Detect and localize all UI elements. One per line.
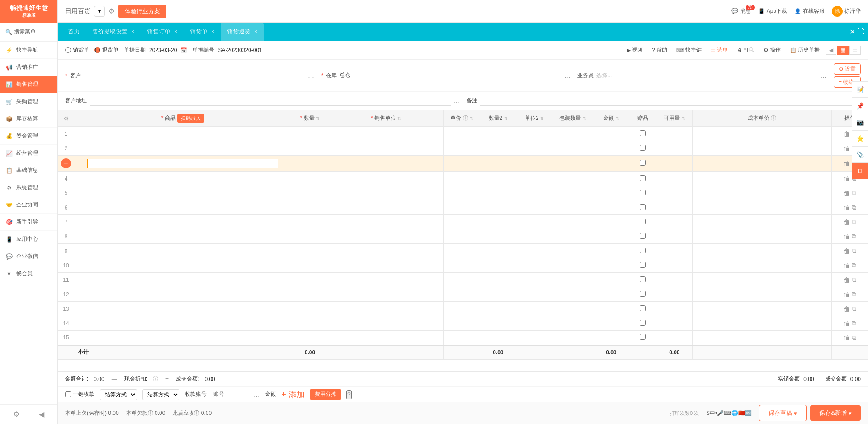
- edge-star-btn[interactable]: ⭐: [852, 130, 868, 147]
- sidebar-collapse-btn[interactable]: ◀: [37, 408, 46, 420]
- row-amount-cell[interactable]: [593, 258, 629, 273]
- customer-input[interactable]: [84, 71, 306, 81]
- delete-row-btn[interactable]: 🗑: [844, 175, 850, 182]
- gift-checkbox[interactable]: [640, 320, 646, 326]
- tab-sales[interactable]: 销货单 ×: [184, 23, 221, 41]
- video-btn[interactable]: ▶ 视频: [624, 44, 646, 56]
- row-qty2-cell[interactable]: [480, 316, 516, 331]
- one-click-payment-checkbox[interactable]: 一键收款: [65, 391, 94, 398]
- row-price-cell[interactable]: [444, 200, 480, 215]
- row-cost-cell[interactable]: [693, 200, 832, 215]
- delete-row-btn[interactable]: 🗑: [844, 319, 850, 327]
- row-pack-cell[interactable]: [552, 200, 593, 215]
- row-product-cell[interactable]: [74, 186, 292, 200]
- row-price-cell[interactable]: [444, 141, 480, 156]
- row-unit2-cell[interactable]: [516, 287, 552, 302]
- delete-row-btn[interactable]: 🗑: [844, 144, 850, 152]
- row-cost-cell[interactable]: [693, 273, 832, 287]
- row-unit2-cell[interactable]: [516, 229, 552, 244]
- copy-row-btn[interactable]: ⧉: [852, 204, 856, 211]
- row-cost-cell[interactable]: [693, 331, 832, 345]
- row-gift-cell[interactable]: [629, 287, 656, 302]
- delete-row-btn[interactable]: 🗑: [844, 218, 850, 226]
- staff-input[interactable]: [596, 71, 817, 81]
- row-unit2-cell[interactable]: [516, 302, 552, 316]
- add-payment-btn[interactable]: + 添加: [281, 389, 305, 400]
- row-available-cell[interactable]: [656, 156, 693, 172]
- row-available-cell[interactable]: [656, 172, 693, 186]
- sidebar-item-app-center[interactable]: 📱 应用中心: [0, 231, 57, 248]
- sidebar-item-operations[interactable]: 📈 经营管理: [0, 145, 57, 162]
- copy-row-btn[interactable]: ⧉: [852, 262, 856, 269]
- topbar-settings-icon[interactable]: ⚙: [108, 7, 115, 15]
- tab-sales-order[interactable]: 销售订单 ×: [141, 23, 184, 41]
- row-gift-cell[interactable]: [629, 215, 656, 229]
- delete-row-btn[interactable]: 🗑: [844, 276, 850, 284]
- gift-checkbox[interactable]: [640, 305, 646, 311]
- row-gift-cell[interactable]: [629, 244, 656, 258]
- row-unit-cell[interactable]: [328, 331, 443, 345]
- row-qty2-cell[interactable]: [480, 331, 516, 345]
- sidebar-item-inventory[interactable]: 📦 库存核算: [0, 110, 57, 128]
- row-pack-cell[interactable]: [552, 302, 593, 316]
- row-pack-cell[interactable]: [552, 215, 593, 229]
- row-amount-cell[interactable]: [593, 127, 629, 141]
- row-price-cell[interactable]: [444, 229, 480, 244]
- row-pack-cell[interactable]: [552, 127, 593, 141]
- delete-row-btn[interactable]: 🗑: [844, 204, 850, 211]
- nav-category-dropdown[interactable]: ▾: [94, 6, 105, 17]
- row-unit2-cell[interactable]: [516, 316, 552, 331]
- row-amount-cell[interactable]: [593, 200, 629, 215]
- row-pack-cell[interactable]: [552, 172, 593, 186]
- gift-checkbox[interactable]: [640, 219, 646, 224]
- row-unit-cell[interactable]: [328, 200, 443, 215]
- row-cost-cell[interactable]: [693, 156, 832, 172]
- row-amount-cell[interactable]: [593, 215, 629, 229]
- row-qty-cell[interactable]: [292, 287, 328, 302]
- row-amount-cell[interactable]: [593, 244, 629, 258]
- credit-info-icon[interactable]: ⓘ: [148, 410, 153, 416]
- gift-checkbox[interactable]: [640, 190, 646, 195]
- payment-method-select[interactable]: 结算方式: [100, 389, 137, 400]
- row-qty-cell[interactable]: [292, 156, 328, 172]
- edge-pin-btn[interactable]: 📌: [852, 98, 868, 114]
- radio-return-input[interactable]: [94, 47, 100, 53]
- row-unit2-cell[interactable]: [516, 215, 552, 229]
- row-product-cell[interactable]: [74, 273, 292, 287]
- one-click-checkbox-input[interactable]: [65, 391, 71, 397]
- tab-close-all-btn[interactable]: ✕: [849, 28, 855, 36]
- row-qty-cell[interactable]: [292, 172, 328, 186]
- gift-checkbox[interactable]: [640, 130, 646, 136]
- sidebar-item-enterprise[interactable]: 🤝 企业协同: [0, 196, 57, 214]
- copy-row-btn[interactable]: ⧉: [852, 218, 856, 226]
- row-gift-cell[interactable]: [629, 316, 656, 331]
- row-available-cell[interactable]: [656, 258, 693, 273]
- row-qty2-cell[interactable]: [480, 141, 516, 156]
- row-qty-cell[interactable]: [292, 302, 328, 316]
- row-available-cell[interactable]: [656, 316, 693, 331]
- tab-home[interactable]: 首页: [61, 23, 86, 41]
- row-pack-cell[interactable]: [552, 287, 593, 302]
- tab-close-icon[interactable]: ×: [211, 29, 214, 35]
- row-unit-cell[interactable]: [328, 156, 443, 172]
- row-product-cell[interactable]: [74, 287, 292, 302]
- sidebar-item-system[interactable]: ⚙ 系统管理: [0, 179, 57, 196]
- row-gift-cell[interactable]: [629, 156, 656, 172]
- save-draft-btn[interactable]: 保存草稿 ▾: [759, 405, 807, 421]
- row-gift-cell[interactable]: [629, 172, 656, 186]
- row-qty2-cell[interactable]: [480, 244, 516, 258]
- gift-checkbox[interactable]: [640, 262, 646, 268]
- trial-btn[interactable]: 体验行业方案: [118, 5, 166, 18]
- delete-row-btn[interactable]: 🗑: [844, 305, 850, 313]
- sidebar-item-member[interactable]: V 畅会员: [0, 265, 57, 282]
- row-available-cell[interactable]: [656, 273, 693, 287]
- row-cost-cell[interactable]: [693, 229, 832, 244]
- row-qty-cell[interactable]: [292, 316, 328, 331]
- row-product-cell[interactable]: [74, 258, 292, 273]
- row-qty-cell[interactable]: [292, 215, 328, 229]
- row-gift-cell[interactable]: [629, 200, 656, 215]
- row-gift-cell[interactable]: [629, 258, 656, 273]
- view-grid-btn[interactable]: ▦: [837, 46, 849, 55]
- row-product-cell[interactable]: [74, 215, 292, 229]
- row-amount-cell[interactable]: [593, 273, 629, 287]
